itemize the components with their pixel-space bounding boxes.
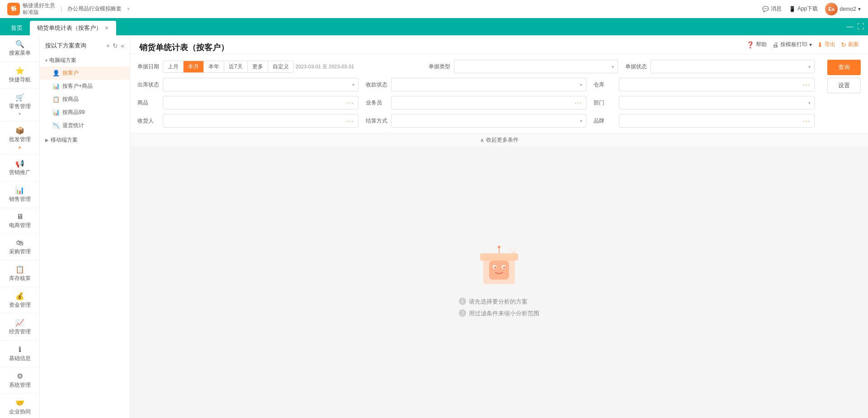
doc-status-label: 单据状态 xyxy=(625,63,647,71)
scheme-by-customer-goods[interactable]: 📊 按客户+商品 xyxy=(40,80,130,93)
brand-select[interactable]: ··· xyxy=(619,114,815,128)
goods-dots-icon: ··· xyxy=(346,99,354,106)
collapse-up-icon: ∧ xyxy=(480,137,484,143)
page-actions: ❓ 帮助 🖨 按模板打印 ▾ ⬇ 导出 ↻ 刷新 xyxy=(746,41,859,54)
operations-icon: 📈 xyxy=(2,318,38,327)
download-icon: 📱 xyxy=(789,6,796,12)
print-icon: 🖨 xyxy=(772,41,778,48)
doc-status-select[interactable]: ▾ xyxy=(651,60,815,73)
goods-select[interactable]: ··· xyxy=(163,96,359,109)
dropdown-icon[interactable]: ▾ xyxy=(127,5,130,12)
out-status-field: 出库状态 ▾ xyxy=(137,78,359,91)
doc-type-field: 单据类型 ▾ xyxy=(429,60,618,73)
content-area: 销货单统计表（按客户） ❓ 帮助 🖨 按模板打印 ▾ ⬇ 导出 ↻ 刷新 xyxy=(130,35,868,418)
doc-type-select[interactable]: ▾ xyxy=(454,60,618,73)
warehouse-select[interactable]: ··· xyxy=(619,78,815,91)
sidebar-item-sys[interactable]: ⚙ 系统管理 xyxy=(0,367,39,394)
wholesale-icon: 📦 xyxy=(2,126,38,135)
scheme-by-customer[interactable]: 👤 按客户 xyxy=(40,66,130,80)
user-profile-btn[interactable]: Ea demo2 ▾ xyxy=(825,3,861,15)
filter-container: 单据日期 上月 本月 本年 近7天 更多 自定义 20 xyxy=(130,54,868,147)
refresh-scheme-btn[interactable]: ↻ xyxy=(113,42,118,49)
sys-icon: ⚙ xyxy=(2,372,38,380)
inventory-icon: 📋 xyxy=(2,265,38,274)
sidebar-item-marketing[interactable]: 📢 营销推广 xyxy=(0,155,39,181)
sidebar-item-search-menu[interactable]: 🔍 搜索菜单 xyxy=(0,35,39,62)
sidebar-item-retail[interactable]: 🛒 零售管理 ▾ xyxy=(0,89,39,122)
by-goods-label: 按商品 xyxy=(62,95,79,103)
dept-select[interactable]: ▾ xyxy=(619,96,815,109)
desktop-group-title[interactable]: ▾ 电脑端方案 xyxy=(40,54,130,66)
date-last-month-btn[interactable]: 上月 xyxy=(163,61,184,72)
sidebar-item-purchase[interactable]: 🛍 采购管理 xyxy=(0,234,39,261)
refresh-btn[interactable]: ↻ 刷新 xyxy=(841,41,859,48)
out-status-select[interactable]: ▾ xyxy=(163,78,359,91)
enterprise-icon: 🤝 xyxy=(2,399,38,407)
hint1-text: 请先选择要分析的方案 xyxy=(469,298,528,306)
template-print-btn[interactable]: 🖨 按模板打印 ▾ xyxy=(772,41,812,48)
receiver-label: 收货人 xyxy=(137,117,159,125)
date-custom-btn[interactable]: 自定义 xyxy=(268,61,293,72)
mobile-group-title[interactable]: ▶ 移动端方案 xyxy=(40,134,130,146)
settlement-field: 结算方式 ▾ xyxy=(366,114,587,128)
step1-num: 1 xyxy=(459,298,466,305)
brand-field: 品牌 ··· xyxy=(594,114,815,128)
tab-close-icon[interactable]: ✕ xyxy=(104,25,109,31)
sidebar-item-basic-info[interactable]: ℹ 基础信息 xyxy=(0,341,39,367)
date-current-year-btn[interactable]: 本年 xyxy=(204,61,224,72)
sidebar-item-wholesale[interactable]: 📦 批发管理 ▴ xyxy=(0,122,39,155)
tab-sales-stat[interactable]: 销货单统计表（按客户） ✕ xyxy=(30,21,116,35)
sidebar-item-sales[interactable]: 📊 销售管理 xyxy=(0,181,39,208)
sidebar-item-enterprise[interactable]: 🤝 企业协同 xyxy=(0,394,39,418)
salesperson-select[interactable]: ··· xyxy=(391,96,587,109)
minimize-btn[interactable]: — xyxy=(846,18,854,35)
by-customer-goods-label: 按客户+商品 xyxy=(62,82,93,90)
collapse-panel-btn[interactable]: « xyxy=(121,42,124,49)
app-download-btn[interactable]: 📱 App下载 xyxy=(789,5,818,13)
payment-status-select[interactable]: ▾ xyxy=(391,78,587,91)
setting-btn[interactable]: 设置 xyxy=(827,78,861,93)
by-customer-goods-icon: 📊 xyxy=(52,83,60,90)
goods-field: 商品 ··· xyxy=(137,96,359,109)
maximize-btn[interactable]: ⛶ xyxy=(857,18,864,35)
warehouse-label: 仓库 xyxy=(594,81,615,89)
receiver-select[interactable]: ··· xyxy=(163,114,359,128)
by-goods-99-label: 按商品99 xyxy=(62,109,85,116)
by-customer-label: 按客户 xyxy=(62,69,79,77)
collapse-bar[interactable]: ∧ 收起更多条件 xyxy=(130,133,868,147)
date-last-7-days-btn[interactable]: 近7天 xyxy=(224,61,248,72)
home-tab-label: 首页 xyxy=(11,24,23,32)
query-btn[interactable]: 查询 xyxy=(827,60,861,75)
desktop-group-label: 电脑端方案 xyxy=(49,57,76,64)
mobile-scheme-group: ▶ 移动端方案 xyxy=(40,134,130,146)
scheme-by-goods-99[interactable]: 📊 按商品99 xyxy=(40,106,130,119)
export-btn[interactable]: ⬇ 导出 xyxy=(817,41,835,48)
refund-icon: 📉 xyxy=(52,122,60,129)
doc-status-caret-icon: ▾ xyxy=(808,64,811,69)
help-btn[interactable]: ❓ 帮助 xyxy=(746,41,767,48)
add-scheme-btn[interactable]: + xyxy=(106,42,110,49)
hint2-text: 用过滤条件来缩小分析范围 xyxy=(469,309,539,318)
receiver-field: 收货人 ··· xyxy=(137,114,359,128)
breadcrumb-sep: | xyxy=(61,5,62,12)
settlement-select[interactable]: ▾ xyxy=(391,114,587,128)
date-current-month-btn[interactable]: 本月 xyxy=(184,61,204,72)
scheme-by-goods[interactable]: 📋 按商品 xyxy=(40,93,130,106)
sidebar-item-quick-nav[interactable]: ⭐ 快捷导航 xyxy=(0,62,39,89)
tab-home[interactable]: 首页 xyxy=(4,21,30,35)
sidebar-item-inventory[interactable]: 📋 库存核算 xyxy=(0,261,39,287)
search-menu-icon: 🔍 xyxy=(2,40,38,48)
step2-num: 2 xyxy=(459,309,466,317)
left-panel: 按以下方案查询 + ↻ « ▾ 电脑端方案 👤 按客户 📊 按客户+商品 📋 xyxy=(40,35,130,418)
sidebar-item-operations[interactable]: 📈 经营管理 xyxy=(0,314,39,341)
svg-rect-1 xyxy=(480,253,518,261)
sidebar-item-finance[interactable]: 💰 资金管理 xyxy=(0,287,39,314)
dept-label: 部门 xyxy=(594,99,615,107)
date-more-btn[interactable]: 更多 xyxy=(248,61,268,72)
brand-dots-icon: ··· xyxy=(802,117,811,124)
scheme-refund[interactable]: 📉 退货统计 xyxy=(40,119,130,132)
industry-label: 办公用品行业模拟账套 xyxy=(67,5,122,13)
messages-btn[interactable]: 💬 消息 xyxy=(762,5,782,13)
sidebar-item-ecom[interactable]: 🖥 电商管理 xyxy=(0,208,39,234)
quick-nav-icon: ⭐ xyxy=(2,66,38,75)
